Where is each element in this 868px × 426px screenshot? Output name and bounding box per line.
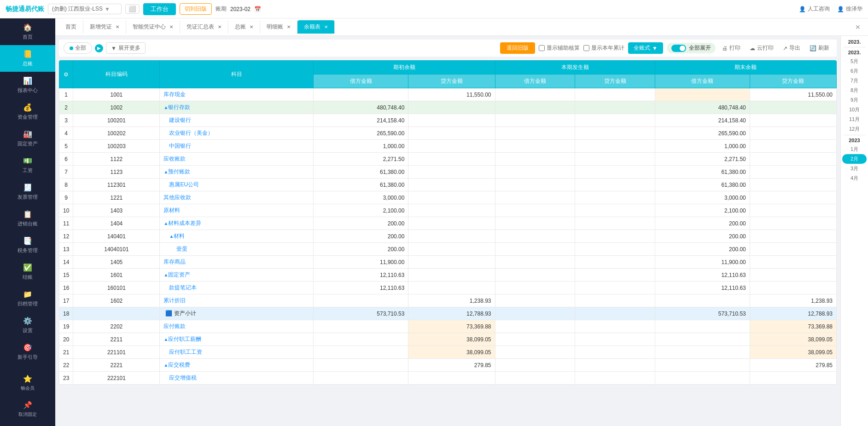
row-name-link[interactable]: 应收账款 (163, 155, 186, 162)
tab-close-all[interactable]: ✕ (851, 23, 864, 31)
tab-new-voucher-close[interactable]: ✕ (116, 24, 119, 29)
service-label: 人工咨询 (808, 5, 830, 13)
row-name-link[interactable]: 款提笔记本 (169, 284, 197, 291)
row-name-link[interactable]: 应付职工工资 (169, 349, 202, 355)
row-name-link[interactable]: 应交增值税 (169, 374, 197, 381)
show-auxiliary-checkbox[interactable]: 显示辅助核算 (539, 44, 580, 52)
timeline-month-4[interactable]: 4月 (842, 173, 867, 183)
yearly-checkbox-input[interactable] (583, 45, 589, 51)
filter-button[interactable]: 全部 (64, 42, 92, 54)
collapse-icon[interactable]: ▲ (163, 169, 168, 174)
row-name-link[interactable]: 应付账款 (163, 323, 186, 329)
row-name-link[interactable]: 建设银行 (169, 117, 191, 123)
row-name-link[interactable]: 材料成本差异 (168, 220, 201, 226)
row-name-link[interactable]: 其他应收款 (163, 194, 191, 201)
export-button[interactable]: ↗ 导出 (780, 43, 803, 53)
row-name-link[interactable]: 库存商品 (163, 259, 186, 265)
sidebar-item-archive[interactable]: 📁 归档管理 (0, 285, 55, 312)
sidebar-item-settlement[interactable]: ✅ 结账 (0, 259, 55, 285)
tab-balance[interactable]: 余额表 ✕ (297, 20, 335, 34)
tab-new-voucher[interactable]: 新增凭证 ✕ (83, 20, 126, 34)
user-menu[interactable]: 👤 徐泽华 (837, 5, 862, 13)
collapse-icon[interactable]: ▲ (163, 337, 168, 342)
row-name-link[interactable]: 应付职工薪酬 (168, 336, 201, 342)
row-name-link[interactable]: 农业银行（美金） (169, 130, 213, 136)
timeline-month-3[interactable]: 3月 (842, 164, 867, 173)
sidebar-item-funds[interactable]: 💰 资金管理 (0, 98, 55, 125)
settings-header[interactable]: ⚙ (59, 61, 73, 88)
row-name-link[interactable]: 银行存款 (168, 104, 190, 110)
service-button[interactable]: 👤 人工咨询 (799, 5, 830, 13)
row-name-link[interactable]: 应交税费 (168, 362, 190, 368)
sidebar-item-sales[interactable]: 📋 进销台账 (0, 205, 55, 232)
tab-detail-ledger-close[interactable]: ✕ (287, 24, 291, 29)
cloud-print-button[interactable]: ☁ 云打印 (747, 43, 776, 53)
format-button[interactable]: 全账式 ▼ (628, 42, 663, 54)
sidebar-item-reports[interactable]: 📊 报表中心 (0, 72, 55, 98)
row-name-link[interactable]: 材料 (174, 233, 185, 239)
tab-voucher-summary[interactable]: 凭证汇总表 ✕ (180, 20, 228, 34)
workbench-button[interactable]: 工作台 (143, 3, 176, 15)
collapse-icon[interactable]: ▲ (163, 363, 168, 368)
row-name-link[interactable]: 原材料 (163, 207, 180, 213)
timeline-month-7[interactable]: 7月 (842, 76, 867, 86)
auxiliary-checkbox-input[interactable] (539, 45, 545, 51)
sidebar-item-tax[interactable]: 📑 税务管理 (0, 232, 55, 259)
tab-home[interactable]: 首页 (59, 20, 83, 34)
company-selector[interactable]: (勿删) 江西股业-LSS ▼ (48, 4, 122, 14)
timeline-month-1[interactable]: 1月 (842, 144, 867, 154)
timeline-month-11[interactable]: 11月 (842, 115, 867, 124)
show-yearly-checkbox[interactable]: 显示本年累计 (583, 44, 624, 52)
tab-ledger[interactable]: 总账 ✕ (228, 20, 260, 34)
row-name-link[interactable]: 库存现金 (163, 91, 186, 98)
row-name-link[interactable]: 壹蛋 (176, 246, 187, 252)
timeline-month-2[interactable]: 2月 (842, 154, 867, 164)
filter-expand-arrow[interactable]: ▶ (95, 44, 103, 52)
timeline-month-9[interactable]: 9月 (842, 95, 867, 105)
sidebar-item-assets[interactable]: 🏭 固定资产 (0, 125, 55, 152)
copy-button[interactable]: ⬜ (125, 4, 140, 14)
switch-version-button[interactable]: 切到旧版 (180, 3, 212, 15)
collapse-icon[interactable]: ▲ (163, 272, 168, 277)
sidebar-item-member[interactable]: ⭐ 畅会员 (0, 370, 55, 396)
toggle-switch[interactable] (671, 45, 686, 52)
tab-voucher-summary-close[interactable]: ✕ (218, 24, 221, 29)
sidebar-item-home[interactable]: 🏠 首页 (0, 18, 55, 45)
row-name-link[interactable]: 固定资产 (168, 271, 190, 278)
data-table-wrapper[interactable]: ⚙ 科目编码 科目 期初余额 本期发生额 期末余额 借方金额 贷方金额 (59, 60, 837, 422)
timeline-month-10[interactable]: 10月 (842, 105, 867, 115)
expand-all-toggle[interactable]: 全部展开 (667, 43, 716, 53)
tab-balance-close[interactable]: ✕ (324, 24, 328, 29)
collapse-icon[interactable]: ▲ (169, 234, 174, 239)
timeline-month-5[interactable]: 5月 (842, 57, 867, 66)
timeline-month-6[interactable]: 6月 (842, 66, 867, 76)
refresh-button[interactable]: 🔄 刷新 (807, 43, 832, 53)
row-name-link[interactable]: 中国银行 (169, 143, 191, 149)
sidebar-item-ledger[interactable]: 📒 总账 (0, 45, 55, 72)
print-button[interactable]: 🖨 打印 (719, 43, 743, 53)
curr-debit (495, 140, 575, 153)
tab-smart-voucher[interactable]: 智能凭证中心 ✕ (126, 20, 180, 34)
end-debit: 61,380.00 (655, 178, 750, 191)
sidebar-item-salary[interactable]: 💵 工资 (0, 152, 55, 178)
sidebar-item-settings[interactable]: ⚙️ 设置 (0, 312, 55, 339)
begin-credit (408, 166, 495, 178)
sidebar-item-invoice[interactable]: 🧾 发票管理 (0, 178, 55, 205)
row-name-link[interactable]: 预付账款 (168, 168, 190, 175)
sidebar-item-unpin[interactable]: 📌 取消固定 (0, 396, 55, 422)
calendar-icon[interactable]: 📅 (254, 6, 261, 12)
tab-smart-voucher-close[interactable]: ✕ (169, 24, 173, 29)
row-name-link[interactable]: 累计折旧 (163, 297, 186, 304)
collapse-icon[interactable]: ▲ (163, 105, 168, 110)
timeline-month-8[interactable]: 8月 (842, 86, 867, 95)
expand-button[interactable]: ▼ 展开更多 (106, 42, 146, 54)
row-name-link[interactable]: 惠属EU公司 (169, 181, 199, 188)
begin-credit (408, 191, 495, 204)
timeline-month-12[interactable]: 12月 (842, 124, 867, 134)
collapse-icon[interactable]: ▲ (163, 221, 168, 226)
row-name: 应收账款 (160, 153, 314, 166)
tab-detail-ledger[interactable]: 明细账 ✕ (260, 20, 297, 34)
return-old-version-button[interactable]: 退回旧版 (500, 42, 535, 54)
tab-ledger-close[interactable]: ✕ (250, 24, 253, 29)
sidebar-item-guide[interactable]: 🎯 新手引导 (0, 339, 55, 365)
